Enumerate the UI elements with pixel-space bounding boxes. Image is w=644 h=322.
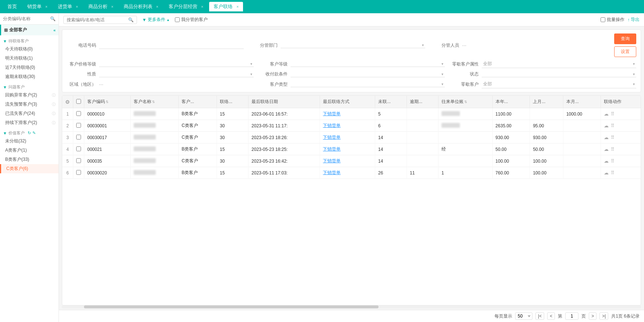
phone-input[interactable] xyxy=(99,42,244,49)
refresh-icon-value[interactable]: ↻ xyxy=(28,131,31,135)
more-action-icon-5[interactable]: ⠿ xyxy=(611,170,615,176)
sidebar-all-customers[interactable]: ⊞ 全部客户 « xyxy=(0,25,59,35)
customer-type-select[interactable]: ▾ xyxy=(291,81,445,87)
sidebar-search-icon[interactable]: 🔍 xyxy=(50,16,56,21)
cell-last-method-1[interactable]: 下销货单 xyxy=(320,120,375,132)
contact-icon-2[interactable]: ☁ xyxy=(604,135,609,140)
arrow-pending[interactable]: ▼ xyxy=(3,39,7,43)
my-customers-checkbox[interactable] xyxy=(175,17,180,22)
cell-checkbox-4[interactable] xyxy=(73,155,84,167)
cell-checkbox-1[interactable] xyxy=(73,120,84,132)
contact-icon-3[interactable]: ☁ xyxy=(604,146,609,152)
th-settings[interactable]: ⚙ xyxy=(62,96,73,108)
nav-analysis-list[interactable]: 商品分析列表 × xyxy=(119,2,163,11)
region-dots[interactable]: ··· xyxy=(99,81,103,87)
more-action-icon-3[interactable]: ⠿ xyxy=(611,146,615,152)
value-level-select[interactable]: ▾ xyxy=(99,61,254,67)
nav-customer-contact[interactable]: 客户联络 × xyxy=(209,2,243,11)
contact-icon-0[interactable]: ☁ xyxy=(604,111,609,117)
close-analysis-icon[interactable]: × xyxy=(111,4,113,9)
cell-checkbox-5[interactable] xyxy=(73,167,84,179)
sidebar-search-input[interactable] xyxy=(3,16,49,21)
query-button[interactable]: 查询 xyxy=(614,33,636,44)
sidebar-item-overdue[interactable]: 逾期未联络(30) xyxy=(0,72,59,81)
nav-analysis[interactable]: 商品分析 × xyxy=(84,2,118,11)
more-action-icon-2[interactable]: ⠿ xyxy=(611,135,615,140)
sort-code[interactable]: ⇅ xyxy=(106,100,109,104)
last-method-link-3[interactable]: 下销货单 xyxy=(323,146,341,152)
dept-select[interactable]: ▾ xyxy=(281,42,425,48)
search-input[interactable] xyxy=(67,17,127,22)
collapse-icon[interactable]: « xyxy=(53,28,56,32)
sidebar-item-declining[interactable]: 持续下滑客户(2) ⓘ xyxy=(0,118,59,127)
sidebar-item-type-c[interactable]: C类客户(6) xyxy=(0,164,59,173)
sidebar-item-today[interactable]: 今天待联络(0) xyxy=(0,45,59,54)
last-method-link-5[interactable]: 下销货单 xyxy=(323,170,341,175)
more-action-icon-1[interactable]: ⠿ xyxy=(611,123,615,128)
last-method-link-0[interactable]: 下销货单 xyxy=(323,111,341,116)
cell-last-method-2[interactable]: 下销货单 xyxy=(320,132,375,144)
cell-last-method-0[interactable]: 下销货单 xyxy=(320,108,375,120)
nav-customer-tier[interactable]: 客户分层经营 × xyxy=(164,2,208,11)
close-analysis-list-icon[interactable]: × xyxy=(156,4,158,9)
cell-last-method-5[interactable]: 下销货单 xyxy=(320,167,375,179)
cell-last-method-3[interactable]: 下销货单 xyxy=(320,144,375,155)
last-method-link-2[interactable]: 下销货单 xyxy=(323,135,341,140)
per-page-select[interactable]: 50 100 200 xyxy=(515,312,532,320)
retail-select[interactable]: 全部 ▾ xyxy=(482,80,636,88)
last-page-btn[interactable]: >| xyxy=(599,312,608,320)
next-page-btn[interactable]: > xyxy=(589,312,597,320)
settings-button[interactable]: 设置 xyxy=(614,46,636,57)
horizontal-scrollbar[interactable] xyxy=(62,305,641,308)
last-method-link-4[interactable]: 下销货单 xyxy=(323,158,341,163)
more-action-icon-0[interactable]: ⠿ xyxy=(611,111,615,117)
row-checkbox-3[interactable] xyxy=(76,146,81,151)
edit-icon-value[interactable]: ✎ xyxy=(32,131,36,135)
scrollbar-thumb[interactable] xyxy=(84,305,379,308)
row-checkbox-2[interactable] xyxy=(76,135,81,139)
contact-icon-1[interactable]: ☁ xyxy=(604,123,609,128)
more-action-icon-4[interactable]: ⠿ xyxy=(611,158,615,164)
sidebar-item-ungroup[interactable]: 未分组(32) xyxy=(0,137,59,146)
contact-icon-4[interactable]: ☁ xyxy=(604,158,609,164)
sidebar-item-type-a[interactable]: A类客户(1) xyxy=(0,146,59,155)
row-checkbox-5[interactable] xyxy=(76,170,81,175)
cell-checkbox-2[interactable] xyxy=(73,132,84,144)
sidebar-item-type-b[interactable]: B类客户(33) xyxy=(0,155,59,164)
arrow-problem[interactable]: ▼ xyxy=(3,85,7,89)
row-checkbox-0[interactable] xyxy=(76,111,81,116)
sidebar-item-abnormal[interactable]: 回购异常客户(2) ⓘ xyxy=(0,91,59,100)
nature-select[interactable]: ▾ xyxy=(99,71,254,77)
nav-sales[interactable]: 销货单 × xyxy=(23,2,52,11)
sort-name[interactable]: ⇅ xyxy=(152,100,155,104)
select-all-checkbox[interactable] xyxy=(76,99,81,104)
close-sales-icon[interactable]: × xyxy=(45,4,47,9)
first-page-btn[interactable]: |< xyxy=(535,312,544,320)
close-purchase-icon[interactable]: × xyxy=(76,4,78,9)
search-icon[interactable]: 🔍 xyxy=(128,17,134,22)
row-checkbox-1[interactable] xyxy=(76,123,81,128)
more-conditions-btn[interactable]: ▼ 更多条件 ▲ xyxy=(140,15,172,24)
sidebar-item-lost[interactable]: 已流失客户(24) ⓘ xyxy=(0,109,59,118)
cell-checkbox-0[interactable] xyxy=(73,108,84,120)
status-select[interactable]: ▾ xyxy=(482,71,636,77)
page-number-input[interactable] xyxy=(565,312,578,320)
customer-level-select[interactable]: ▾ xyxy=(291,61,445,67)
cell-last-method-4[interactable]: 下销货单 xyxy=(320,155,375,167)
sidebar-item-warning[interactable]: 流失预警客户(3) ⓘ xyxy=(0,100,59,109)
nav-purchase[interactable]: 进货单 × xyxy=(53,2,82,11)
sort-trade[interactable]: ⇅ xyxy=(464,100,467,104)
col-settings-icon[interactable]: ⚙ xyxy=(65,99,70,105)
last-method-link-1[interactable]: 下销货单 xyxy=(323,123,341,128)
close-customer-tier-icon[interactable]: × xyxy=(201,4,203,9)
export-btn[interactable]: ↑ 导出 xyxy=(627,17,640,23)
close-customer-contact-icon[interactable]: × xyxy=(236,4,239,9)
row-checkbox-4[interactable] xyxy=(76,158,81,163)
cell-checkbox-3[interactable] xyxy=(73,144,84,155)
prev-page-btn[interactable]: < xyxy=(547,312,555,320)
batch-op-checkbox[interactable] xyxy=(601,17,605,22)
retail-attr-select[interactable]: 全部 ▾ xyxy=(482,60,636,68)
manager-dots[interactable]: ··· xyxy=(462,42,467,48)
sidebar-item-tomorrow[interactable]: 明天待联络(1) xyxy=(0,54,59,63)
contact-icon-5[interactable]: ☁ xyxy=(604,170,609,176)
